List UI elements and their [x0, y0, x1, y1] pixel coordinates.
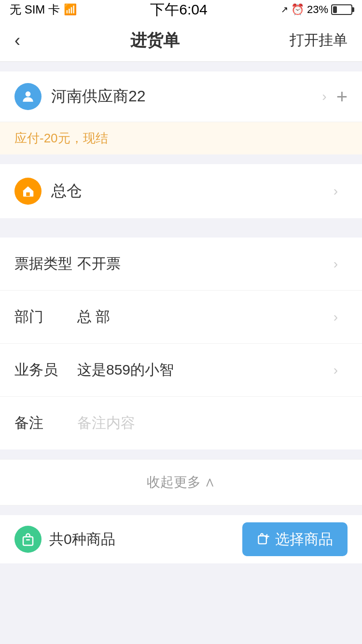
carrier-text: 无 SIM 卡	[10, 2, 60, 17]
person-icon	[20, 89, 36, 104]
battery-fill	[333, 6, 337, 13]
warehouse-icon-circle	[14, 178, 42, 205]
battery-percent: 23%	[307, 3, 328, 16]
select-goods-label: 选择商品	[275, 530, 333, 549]
warehouse-card[interactable]: 总仓 ›	[0, 164, 362, 218]
bottom-background	[0, 563, 362, 644]
alarm-icon: ⏰	[291, 3, 304, 16]
bottom-bar: 共0种商品 选择商品	[0, 515, 362, 563]
goods-icon-circle	[14, 526, 42, 553]
invoice-label: 票据类型	[14, 254, 77, 274]
salesman-row[interactable]: 业务员 这是859的小智 ›	[0, 344, 362, 397]
goods-count-area: 共0种商品	[14, 526, 115, 553]
department-chevron-icon: ›	[334, 309, 338, 325]
gap-3	[0, 218, 362, 228]
select-goods-button[interactable]: 选择商品	[242, 522, 348, 556]
goods-count-text: 共0种商品	[49, 530, 115, 549]
collapse-button[interactable]: 收起更多 ∧	[0, 459, 362, 505]
remark-row[interactable]: 备注 备注内容	[0, 397, 362, 449]
warehouse-chevron-icon: ›	[334, 183, 338, 199]
battery-icon	[331, 4, 352, 15]
form-section: 票据类型 不开票 › 部门 总 部 › 业务员 这是859的小智 › 备注 备注…	[0, 238, 362, 449]
wifi-icon: 📶	[64, 3, 77, 16]
salesman-label: 业务员	[14, 360, 77, 380]
supplier-row[interactable]: 河南供应商22 › +	[0, 71, 362, 122]
department-label: 部门	[14, 307, 77, 327]
invoice-value: 不开票	[77, 254, 334, 274]
gap-2	[0, 154, 362, 164]
supplier-avatar	[14, 83, 42, 110]
open-pending-button[interactable]: 打开挂单	[290, 30, 348, 50]
gap-1	[0, 62, 362, 71]
status-time: 下午6:04	[150, 0, 207, 20]
svg-point-0	[26, 91, 31, 97]
svg-rect-1	[26, 193, 30, 196]
select-goods-icon	[257, 532, 270, 546]
remark-label: 备注	[14, 413, 77, 433]
nav-bar: ‹ 进货单 打开挂单	[0, 19, 362, 62]
back-button[interactable]: ‹	[14, 30, 20, 51]
location-icon: ↗	[281, 4, 288, 15]
invoice-chevron-icon: ›	[334, 256, 338, 272]
home-icon	[21, 184, 35, 198]
salesman-value: 这是859的小智	[77, 360, 334, 380]
supplier-notice: 应付-20元，现结	[0, 122, 362, 154]
shopping-bag-icon	[21, 532, 35, 546]
svg-rect-4	[259, 536, 266, 544]
page-title: 进货单	[130, 29, 180, 52]
supplier-name: 河南供应商22	[51, 86, 322, 107]
add-supplier-button[interactable]: +	[336, 87, 348, 106]
warehouse-label: 总仓	[51, 181, 334, 202]
warehouse-row[interactable]: 总仓 ›	[0, 164, 362, 218]
department-row[interactable]: 部门 总 部 ›	[0, 291, 362, 344]
status-carrier: 无 SIM 卡 📶	[10, 2, 77, 17]
svg-rect-2	[23, 537, 33, 546]
department-value: 总 部	[77, 307, 334, 327]
salesman-chevron-icon: ›	[334, 363, 338, 378]
status-bar: 无 SIM 卡 📶 下午6:04 ↗ ⏰ 23%	[0, 0, 362, 19]
invoice-row[interactable]: 票据类型 不开票 ›	[0, 238, 362, 291]
supplier-card: 河南供应商22 › + 应付-20元，现结	[0, 71, 362, 154]
status-right-area: ↗ ⏰ 23%	[281, 3, 352, 16]
supplier-chevron-icon: ›	[322, 89, 326, 104]
remark-input[interactable]: 备注内容	[77, 413, 348, 433]
